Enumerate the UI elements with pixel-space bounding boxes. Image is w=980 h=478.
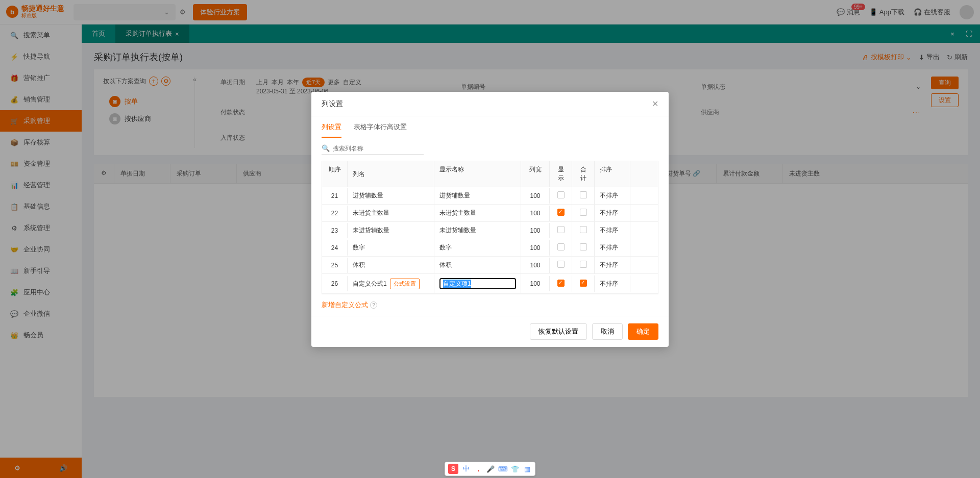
sort-select[interactable]: 不排序 [595,239,630,256]
modal-tab-font[interactable]: 表格字体行高设置 [354,122,407,138]
show-checkbox[interactable] [557,226,565,233]
sum-checkbox[interactable] [580,280,587,287]
modal-title: 列设置 [322,99,343,109]
column-search[interactable]: 🔍 [322,144,424,155]
modal-tab-columns[interactable]: 列设置 [322,122,341,138]
show-checkbox[interactable] [557,243,565,250]
display-name-input[interactable] [439,278,516,289]
column-row: 26自定义公式1 公式设置100不排序 [322,274,658,294]
sort-select[interactable]: 不排序 [595,187,630,204]
ime-keyboard-icon[interactable]: ⌨ [498,465,507,473]
column-row: 21进货辅数量进货辅数量100不排序 [322,187,658,205]
show-checkbox[interactable] [557,280,565,287]
column-row: 25体积体积100不排序 [322,257,658,274]
show-checkbox[interactable] [557,209,565,216]
restore-button[interactable]: 恢复默认设置 [530,323,587,340]
column-row: 22未进货主数量未进货主数量100不排序 [322,205,658,222]
sort-select[interactable]: 不排序 [595,222,630,239]
column-row: 23未进货辅数量未进货辅数量100不排序 [322,222,658,239]
column-row: 24数字数字100不排序 [322,239,658,257]
help-icon[interactable]: ? [370,301,377,309]
formula-button[interactable]: 公式设置 [390,279,420,289]
sum-checkbox[interactable] [580,243,587,250]
add-formula-link[interactable]: 新增自定义公式 ? [311,294,669,316]
confirm-button[interactable]: 确定 [628,323,658,340]
sort-select[interactable]: 不排序 [595,257,630,273]
close-icon[interactable]: ✕ [652,99,658,109]
sum-checkbox[interactable] [580,261,587,268]
sort-select[interactable]: 不排序 [595,205,630,221]
cancel-button[interactable]: 取消 [592,323,623,340]
sum-checkbox[interactable] [580,191,587,198]
column-settings-modal: 列设置 ✕ 列设置 表格字体行高设置 🔍 顺序 列名 显示名称 列宽 显示 合计 [311,92,669,347]
ime-toolbar[interactable]: S 中 ， 🎤 ⌨ 👕 ▦ [445,462,535,476]
search-icon: 🔍 [322,144,330,152]
show-checkbox[interactable] [557,261,565,268]
sum-checkbox[interactable] [580,209,587,216]
sum-checkbox[interactable] [580,226,587,233]
ime-voice-icon[interactable]: 🎤 [486,465,495,473]
column-search-input[interactable] [333,145,424,152]
show-checkbox[interactable] [557,191,565,198]
ime-toolbox-icon[interactable]: ▦ [523,465,532,473]
sort-select[interactable]: 不排序 [595,275,630,292]
modal-mask: 列设置 ✕ 列设置 表格字体行高设置 🔍 顺序 列名 显示名称 列宽 显示 合计 [0,0,980,478]
ime-logo-icon: S [448,464,458,474]
ime-punct-icon[interactable]: ， [474,464,483,473]
ime-skin-icon[interactable]: 👕 [510,465,520,473]
ime-lang[interactable]: 中 [461,464,471,473]
